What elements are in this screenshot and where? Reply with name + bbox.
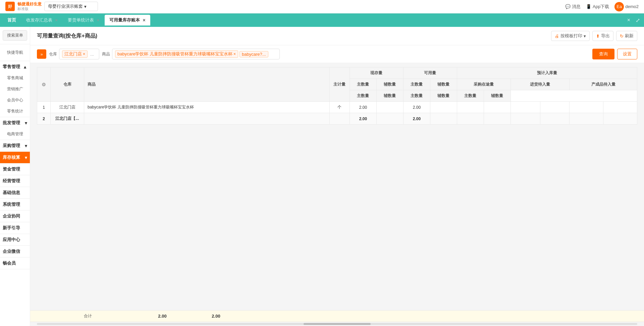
sidebar-procurement-header[interactable]: 采购管理 ▾	[0, 140, 30, 151]
quick-nav-area: 快捷导航	[0, 44, 30, 61]
expand-icon: »	[40, 52, 43, 57]
refresh-button[interactable]: ↻ 刷新	[616, 31, 637, 41]
row2-index: 2	[37, 113, 51, 125]
table-area: ⚙ 仓库 商品 主计量 现存量 可用量 预计入库量 主数量 辅数量 主数量 辅数…	[30, 63, 644, 310]
sidebar-finance-header[interactable]: 资金管理	[0, 164, 30, 175]
tab-available-inventory-label: 可用量库存账本	[109, 17, 140, 23]
message-icon: 💬	[565, 4, 571, 9]
page-header-actions: 🖨 按模板打印 ▾ ⬆ 导出 ↻ 刷新	[551, 31, 637, 41]
warehouse-filter-input[interactable]: 江北门店 × ...	[59, 49, 99, 59]
sidebar-basics-label: 基础信息	[3, 190, 20, 196]
industry-selector[interactable]: 母婴行业演示账套 ▾	[44, 2, 98, 11]
quick-nav-item[interactable]: 快捷导航	[0, 47, 30, 58]
row1-production-aux	[603, 102, 637, 113]
logo-icon: 好	[5, 2, 15, 11]
template-print-button[interactable]: 🖨 按模板打印 ▾	[551, 31, 590, 41]
footer-available-main: 2.00	[203, 314, 229, 319]
scrollbar-thumb	[304, 323, 371, 325]
th-inbound-aux: 辅数量	[430, 90, 457, 102]
tab-available-inventory[interactable]: 可用量库存账本 ×	[105, 15, 150, 26]
sidebar-section-appcenter: 应用中心	[0, 234, 30, 246]
sidebar-section-wholesale: 批发管理 ▾ 电商管理	[0, 117, 30, 140]
tab-available-inventory-close[interactable]: ×	[143, 18, 145, 22]
export-icon: ⬆	[596, 34, 600, 39]
sidebar-section-basics: 基础信息	[0, 187, 30, 199]
row1-purchase-aux	[484, 102, 511, 113]
row2-warehouse: 江北门店【...	[51, 113, 84, 125]
product-tag-1-close[interactable]: ×	[233, 52, 236, 56]
sidebar-operations-header[interactable]: 经营管理	[0, 175, 30, 187]
tab-bar-right: × ⤢	[626, 16, 641, 25]
data-table: ⚙ 仓库 商品 主计量 现存量 可用量 预计入库量 主数量 辅数量 主数量 辅数…	[37, 67, 637, 125]
settings-col-icon[interactable]: ⚙	[42, 82, 46, 87]
sidebar-system-header[interactable]: 系统管理	[0, 199, 30, 210]
sidebar-basics-header[interactable]: 基础信息	[0, 187, 30, 198]
row1-production-main	[570, 102, 603, 113]
row2-unit	[329, 113, 350, 125]
th-available-aux-qty: 辅数量	[430, 79, 457, 90]
row2-current-main: 2.00	[350, 113, 376, 125]
th-settings: ⚙	[37, 67, 51, 102]
product-filter-input[interactable]: babycare学饮杯 儿童防摔防撞吸管杯重力球吸嘴杯宝宝水杯 × babyca…	[112, 49, 280, 59]
tab-close-all-button[interactable]: ×	[626, 16, 632, 25]
th-available-qty: 可用量	[403, 67, 457, 79]
row2-available-aux	[430, 113, 457, 125]
filter-expand-button[interactable]: »	[37, 49, 46, 59]
th-production-aux: 辅数量	[484, 90, 511, 102]
app-download-button[interactable]: 📱 App下载	[586, 4, 609, 10]
row1-current-main: 2.00	[350, 102, 376, 113]
warehouse-filter-label: 仓库	[49, 51, 57, 57]
tab-order-stats-close[interactable]: ×	[97, 18, 99, 22]
sidebar-wecom-header[interactable]: 企业微信	[0, 246, 30, 257]
tab-receipts-close[interactable]: ×	[55, 18, 58, 22]
user-area[interactable]: Ea demo2	[614, 2, 639, 11]
filter-area: » 仓库 江北门店 × ... 商品 babycare学饮杯 儿童防摔防撞吸管杯…	[30, 45, 644, 63]
warehouse-dots[interactable]: ...	[89, 52, 95, 57]
sidebar-newguide-header[interactable]: 新手引导	[0, 222, 30, 234]
row1-inbound-aux	[540, 102, 570, 113]
row1-current-aux	[376, 102, 403, 113]
th-production-main: 主数量	[457, 90, 484, 102]
query-button[interactable]: 查询	[592, 49, 614, 59]
sidebar-item-retail-stats[interactable]: 零售统计	[0, 106, 30, 117]
search-menu-button[interactable]: 搜索菜单	[3, 30, 27, 41]
logo-area: 畅捷通好生意 标准版	[17, 2, 42, 11]
industry-label: 母婴行业演示账套	[48, 3, 83, 9]
sidebar-item-ecommerce[interactable]: 电商管理	[0, 129, 30, 140]
sidebar-section-member: 畅会员	[0, 258, 30, 269]
th-current-stock: 现存量	[350, 67, 403, 79]
sidebar-retail-header[interactable]: 零售管理 ▲	[0, 61, 30, 73]
row2-product	[84, 113, 330, 125]
sidebar-inventory-header[interactable]: 库存核算 ▾	[0, 152, 30, 163]
sidebar-finance-label: 资金管理	[3, 166, 20, 172]
message-button[interactable]: 💬 消息	[565, 4, 581, 10]
sidebar-procurement-label: 采购管理	[3, 143, 20, 149]
settings-button[interactable]: 设置	[617, 49, 637, 59]
tab-maximize-button[interactable]: ⤢	[634, 16, 641, 25]
th-current-aux-qty: 辅数量	[376, 79, 403, 90]
scrollbar-area	[30, 322, 644, 326]
page-header: 可用量查询(按仓库+商品) 🖨 按模板打印 ▾ ⬆ 导出 ↻ 刷新	[30, 27, 644, 45]
warehouse-tag-close[interactable]: ×	[83, 52, 85, 56]
sidebar-enterprise-header[interactable]: 企业协同	[0, 211, 30, 222]
sidebar-item-members[interactable]: 会员中心	[0, 95, 30, 106]
sidebar-item-retail-mall[interactable]: 零售商城	[0, 73, 30, 84]
tab-home-label: 首页	[7, 17, 16, 23]
filter-actions: 查询 设置	[592, 49, 637, 59]
table-footer: 合计 2.00 2.00	[30, 310, 644, 322]
th-purchase-in-transit: 采购在途量	[457, 79, 511, 90]
tab-order-stats[interactable]: 要货单统计表 ×	[63, 15, 104, 26]
page-title: 可用量查询(按仓库+商品)	[37, 33, 97, 40]
sidebar-appcenter-header[interactable]: 应用中心	[0, 234, 30, 245]
sidebar-wholesale-header[interactable]: 批发管理 ▾	[0, 117, 30, 129]
tab-home[interactable]: 首页	[3, 15, 21, 26]
tab-receipts[interactable]: 收发存汇总表 ×	[21, 15, 62, 26]
chevron-down-icon2: ▾	[25, 143, 27, 148]
sidebar-item-marketing[interactable]: 营销推广	[0, 84, 30, 95]
horizontal-scrollbar[interactable]	[37, 323, 637, 325]
sidebar-member-header[interactable]: 畅会员	[0, 258, 30, 269]
sidebar-section-newguide: 新手引导	[0, 222, 30, 234]
warehouse-tag-text: 江北门店	[64, 51, 82, 57]
export-button[interactable]: ⬆ 导出	[592, 31, 613, 41]
top-bar: 好 畅捷通好生意 标准版 母婴行业演示账套 ▾ 💬 消息 📱 App下载 Ea …	[0, 0, 644, 13]
